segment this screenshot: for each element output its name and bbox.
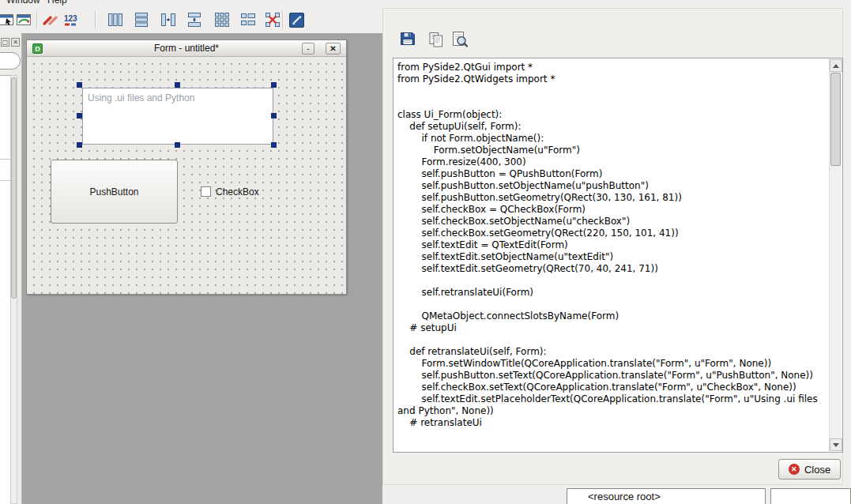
pushbutton-widget[interactable]: PushButton	[51, 160, 178, 224]
form-window-title: Form - untitled*	[27, 43, 346, 54]
scrollbar-thumb[interactable]	[830, 73, 841, 166]
selection-handle[interactable]	[271, 82, 277, 88]
toolbar-separator	[282, 11, 284, 28]
find-icon[interactable]	[449, 28, 469, 49]
application-window: Window Help 123	[0, 0, 851, 504]
list-separator	[0, 159, 10, 160]
menu-bar: Window Help	[0, 0, 851, 7]
edit-tab-order-icon[interactable]: 123	[62, 10, 81, 29]
widget-box-scrollbar[interactable]	[10, 75, 17, 504]
toolbar-separator	[95, 11, 96, 28]
scroll-up-icon[interactable]	[830, 59, 842, 72]
widget-box-dock-edge: ▢ ✕	[0, 33, 22, 504]
break-layout-icon[interactable]	[263, 10, 282, 29]
selection-handle[interactable]	[77, 82, 82, 88]
mdi-workspace: D Form - untitled* - ✕ Using .ui files a…	[22, 33, 382, 504]
designer-form-window[interactable]: D Form - untitled* - ✕ Using .ui files a…	[26, 39, 347, 295]
textedit-widget[interactable]: Using .ui files and Python	[82, 88, 273, 145]
layout-form-icon[interactable]	[239, 10, 258, 29]
layout-horizontal-icon[interactable]	[106, 10, 125, 29]
svg-text:123: 123	[64, 14, 77, 23]
widget-box-list-edge[interactable]	[0, 75, 10, 504]
selection-handle[interactable]	[271, 113, 277, 118]
form-canvas[interactable]: Using .ui files and Python PushButton Ch…	[27, 57, 346, 294]
edit-signals-slots-icon[interactable]	[14, 10, 33, 29]
edit-widgets-icon[interactable]	[0, 10, 16, 29]
scrollbar-thumb[interactable]	[11, 77, 17, 299]
checkbox-widget[interactable]: CheckBox	[201, 175, 281, 208]
code-scrollbar[interactable]	[829, 59, 842, 451]
minimize-button[interactable]: -	[302, 43, 314, 55]
close-button-label: Close	[804, 464, 830, 476]
selection-handle[interactable]	[271, 142, 277, 148]
textedit-placeholder: Using .ui files and Python	[83, 88, 273, 107]
widget-filter-input[interactable]	[0, 52, 21, 70]
copy-icon[interactable]	[426, 29, 446, 50]
view-code-dialog: from PySide2.QtGui import * from PySide2…	[382, 8, 843, 485]
pushbutton-label: PushButton	[89, 186, 138, 197]
resource-root-item[interactable]: <resource root>	[567, 488, 766, 504]
scroll-down-icon[interactable]	[830, 438, 842, 451]
menu-window[interactable]: Window	[6, 0, 40, 6]
resource-root-label: <resource root>	[567, 489, 765, 504]
checkbox-label: CheckBox	[216, 186, 259, 197]
layout-grid-icon[interactable]	[213, 10, 232, 29]
form-window-titlebar[interactable]: D Form - untitled* - ✕	[27, 40, 346, 57]
layout-vertical-icon[interactable]	[132, 10, 151, 29]
close-window-button[interactable]: ✕	[326, 43, 341, 55]
save-icon[interactable]	[397, 28, 418, 49]
selection-handle[interactable]	[175, 142, 180, 148]
close-button[interactable]: ✕ Close	[778, 459, 841, 480]
checkbox-box[interactable]	[201, 186, 211, 197]
dock-float-icon[interactable]: ▢	[1, 38, 9, 47]
adjust-size-icon[interactable]	[287, 10, 306, 29]
code-view[interactable]: from PySide2.QtGui import * from PySide2…	[393, 58, 843, 453]
generated-code[interactable]: from PySide2.QtGui import * from PySide2…	[394, 59, 828, 450]
selection-handle[interactable]	[175, 82, 180, 88]
resource-detail-pane[interactable]	[770, 488, 851, 504]
menu-help[interactable]: Help	[47, 0, 67, 6]
layout-vertical-splitter-icon[interactable]	[185, 10, 204, 29]
dock-close-icon[interactable]: ✕	[11, 38, 20, 47]
selection-handle[interactable]	[77, 142, 82, 148]
close-x-icon: ✕	[789, 464, 800, 475]
edit-buddies-icon[interactable]	[41, 10, 60, 29]
layout-horizontal-splitter-icon[interactable]	[159, 10, 178, 29]
list-separator	[0, 180, 10, 181]
toolbar-separator	[36, 11, 38, 28]
selection-handle[interactable]	[77, 113, 82, 118]
